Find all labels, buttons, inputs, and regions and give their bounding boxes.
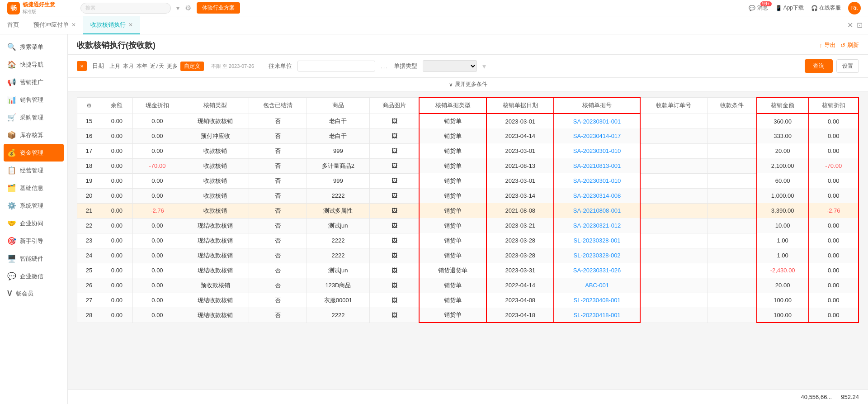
row-verify-discount: 0.00 — [809, 143, 859, 158]
row-verify-bill-no[interactable]: SL-20230418-001 — [554, 308, 640, 323]
row-product: 2222 — [307, 248, 369, 263]
row-verify-bill-no[interactable]: SA-20210808-001 — [554, 203, 640, 218]
row-verify-type: 现销收款核销 — [182, 114, 249, 128]
row-verify-amount: 100.00 — [757, 308, 809, 323]
row-product-img: 🖼 — [369, 293, 419, 308]
message-badge[interactable]: 💬 消息 99+ — [749, 4, 768, 12]
row-balance: 0.00 — [101, 233, 132, 248]
sidebar-item-inventory[interactable]: 📦 库存核算 — [0, 126, 67, 144]
row-product: 2222 — [307, 188, 369, 203]
row-cash-discount: -2.76 — [133, 203, 182, 218]
online-service-link[interactable]: 🎧 在线客服 — [811, 4, 841, 12]
refresh-btn[interactable]: ↺ 刷新 — [840, 41, 859, 49]
row-product: 老白干 — [307, 114, 369, 128]
row-cash-discount: 0.00 — [133, 128, 182, 143]
row-verify-bill-no[interactable]: SA-20210813-001 — [554, 158, 640, 173]
row-verify-bill-date: 2023-03-01 — [486, 114, 554, 128]
row-cash-discount: 0.00 — [133, 278, 182, 293]
table-settings-btn[interactable]: 设置 — [836, 59, 859, 73]
voucher-type-select[interactable] — [423, 60, 477, 72]
settings-icon[interactable]: ⚙ — [185, 4, 191, 12]
sidebar-item-sales[interactable]: 📊 销售管理 — [0, 91, 67, 109]
row-verify-bill-no[interactable]: SL-20230328-001 — [554, 233, 640, 248]
custom-date-btn[interactable]: 自定义 — [180, 62, 204, 71]
sidebar-item-hardware[interactable]: 🖥️ 智能硬件 — [0, 250, 67, 267]
row-receipt-condition — [707, 158, 757, 173]
top-search[interactable]: 搜索 — [80, 3, 171, 14]
row-cash-discount: 0.00 — [133, 188, 182, 203]
filter-arrow-btn[interactable]: » — [77, 61, 87, 71]
th-balance: 余额 — [101, 97, 132, 114]
row-verify-bill-date: 2023-03-01 — [486, 143, 554, 158]
row-receipt-condition — [707, 308, 757, 323]
this-year-btn[interactable]: 本年 — [137, 62, 147, 70]
wechat-icon: 💬 — [7, 272, 16, 280]
row-verify-discount: -70.00 — [809, 158, 859, 173]
close-prepay-tab[interactable]: ✕ — [71, 22, 76, 28]
row-product-img: 🖼 — [369, 218, 419, 233]
row-cash-discount: 0.00 — [133, 173, 182, 188]
tab-verify[interactable]: 收款核销执行 ✕ — [83, 16, 140, 34]
sidebar-item-basic[interactable]: 🗂️ 基础信息 — [0, 179, 67, 197]
row-verify-bill-no[interactable]: SA-20230414-017 — [554, 128, 640, 143]
dropdown-icon[interactable]: ▾ — [176, 5, 179, 12]
table-row: 250.000.00现结收款核销否测试jun🖼销货退货单2023-03-31SA… — [77, 263, 859, 278]
industry-solution-btn[interactable]: 体验行业方案 — [197, 2, 240, 14]
expand-bar: ∨ 展开更多条件 — [68, 78, 868, 91]
tab-prepay[interactable]: 预付冲应付单 ✕ — [26, 16, 83, 34]
row-receipt-order-no — [640, 308, 707, 323]
row-verify-bill-date: 2021-08-08 — [486, 203, 554, 218]
row-verify-bill-date: 2023-04-18 — [486, 308, 554, 323]
app-download-link[interactable]: 📱 App下载 — [775, 4, 804, 12]
row-verify-bill-no[interactable]: SA-20230314-008 — [554, 188, 640, 203]
row-verify-bill-no[interactable]: SL-20230408-001 — [554, 293, 640, 308]
sidebar-item-wechat[interactable]: 💬 企业微信 — [0, 267, 67, 285]
row-balance: 0.00 — [101, 128, 132, 143]
row-verify-bill-no[interactable]: SA-20230331-026 — [554, 263, 640, 278]
more-date-btn[interactable]: 更多 — [167, 62, 178, 70]
th-settings[interactable]: ⚙ — [77, 97, 101, 114]
row-product-img: 🖼 — [369, 263, 419, 278]
sidebar-item-purchase[interactable]: 🛒 采购管理 — [0, 109, 67, 126]
row-verify-bill-no[interactable]: SL-20230328-002 — [554, 248, 640, 263]
sidebar-item-management[interactable]: 📋 经营管理 — [0, 162, 67, 179]
sidebar-item-guide[interactable]: 🎯 新手引导 — [0, 232, 67, 250]
maximize-icon[interactable]: ⊡ — [857, 21, 863, 29]
sidebar-item-marketing[interactable]: 📢 营销推广 — [0, 73, 67, 91]
tab-home[interactable]: 首页 — [0, 16, 26, 34]
row-index: 28 — [77, 308, 101, 323]
top-right-area: 💬 消息 99+ 📱 App下载 🎧 在线客服 Rit — [749, 2, 861, 14]
close-verify-tab[interactable]: ✕ — [128, 22, 133, 28]
row-include-settled: 否 — [249, 293, 307, 308]
row-verify-bill-no[interactable]: SA-20230321-012 — [554, 218, 640, 233]
expand-conditions-btn[interactable]: ∨ 展开更多条件 — [449, 81, 487, 88]
row-verify-bill-no[interactable]: SA-20230301-010 — [554, 173, 640, 188]
row-receipt-order-no — [640, 293, 707, 308]
row-verify-bill-no[interactable]: SA-20230301-010 — [554, 143, 640, 158]
row-index: 17 — [77, 143, 101, 158]
th-verify-bill-type: 核销单据类型 — [419, 97, 486, 114]
sidebar-item-member[interactable]: V 畅会员 — [0, 285, 67, 302]
row-verify-bill-no[interactable]: ABC-001 — [554, 278, 640, 293]
sidebar-item-finance[interactable]: 💰 资金管理 — [4, 144, 64, 162]
query-btn[interactable]: 查询 — [805, 59, 833, 73]
row-verify-bill-no[interactable]: SA-20230301-001 — [554, 114, 640, 128]
last-7-days-btn[interactable]: 近7天 — [150, 62, 164, 70]
close-window-icon[interactable]: ✕ — [847, 21, 853, 29]
export-btn[interactable]: ↑ 导出 — [820, 41, 836, 49]
sidebar-item-collab[interactable]: 🤝 企业协同 — [0, 214, 67, 232]
sidebar-item-wechat-label: 企业微信 — [20, 272, 43, 280]
row-verify-type: 现结收款核销 — [182, 263, 249, 278]
last-month-btn[interactable]: 上月 — [109, 62, 120, 70]
this-month-btn[interactable]: 本月 — [123, 62, 134, 70]
row-verify-bill-type: 销货单 — [419, 114, 486, 128]
sidebar-item-system[interactable]: ⚙️ 系统管理 — [0, 197, 67, 214]
user-avatar[interactable]: Rit — [848, 2, 861, 14]
row-receipt-order-no — [640, 233, 707, 248]
sidebar-item-nav[interactable]: 🏠 快捷导航 — [0, 56, 67, 73]
row-verify-bill-type: 销货单 — [419, 248, 486, 263]
row-include-settled: 否 — [249, 158, 307, 173]
from-unit-input[interactable] — [297, 61, 375, 71]
logo-sub: 标准版 — [23, 9, 55, 15]
sidebar-item-search[interactable]: 🔍 搜索菜单 — [0, 38, 67, 56]
